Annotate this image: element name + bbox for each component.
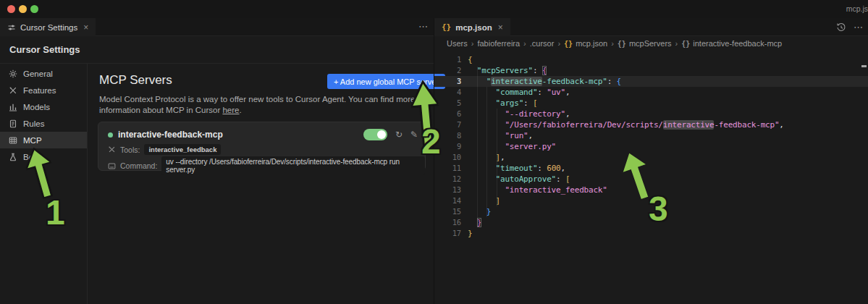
code-token: { bbox=[542, 66, 547, 75]
breadcrumb-label: fabioferreira bbox=[477, 39, 520, 48]
code-token: : bbox=[533, 66, 542, 75]
breadcrumb-separator: › bbox=[471, 39, 474, 48]
code-token: : bbox=[607, 77, 617, 86]
code-line-5[interactable]: 5 "args": [ bbox=[434, 98, 868, 109]
code-line-8[interactable]: 8 "run", bbox=[434, 130, 868, 141]
code-line-6[interactable]: 6 "--directory", bbox=[434, 109, 868, 119]
breadcrumb-item[interactable]: {}mcpServers bbox=[618, 39, 672, 48]
here-link[interactable]: here bbox=[222, 106, 239, 114]
code-token: } bbox=[468, 229, 472, 238]
code-line-3[interactable]: 3 "interactive-feedback-mcp": { bbox=[434, 76, 868, 87]
close-tab-icon[interactable]: × bbox=[498, 22, 503, 33]
code-line-2[interactable]: 2 "mcpServers": { bbox=[434, 65, 868, 76]
annotation-number-2: 2 bbox=[421, 122, 441, 161]
sidebar-item-label: Rules bbox=[23, 119, 44, 128]
breadcrumb-label: interactive-feedback-mcp bbox=[693, 39, 782, 48]
breadcrumb-separator: › bbox=[523, 39, 526, 48]
code-token bbox=[468, 174, 496, 184]
sidebar-item-label: MCP bbox=[23, 136, 42, 145]
code-token: : bbox=[537, 88, 547, 97]
sidebar-item-general[interactable]: General bbox=[0, 65, 87, 82]
code-token: , bbox=[561, 164, 565, 173]
toggle-knob bbox=[377, 130, 386, 139]
code-token: "interactive_feedback" bbox=[505, 185, 607, 195]
line-number: 17 bbox=[434, 228, 461, 239]
tab-cursor-settings[interactable]: Cursor Settings × bbox=[0, 18, 96, 36]
code-line-9[interactable]: 9 "server.py" bbox=[434, 141, 868, 152]
code-token: , bbox=[565, 109, 570, 119]
tools-label: Tools: bbox=[120, 145, 140, 154]
minimize-window-icon[interactable] bbox=[19, 5, 27, 13]
code-token bbox=[468, 88, 496, 97]
maximize-window-icon[interactable] bbox=[30, 5, 38, 13]
app-window: mcp.js Cursor Settings × ⋯ {} mcp.json ×… bbox=[0, 0, 868, 304]
description-period: . bbox=[239, 106, 241, 114]
annotation-number-1: 1 bbox=[46, 193, 65, 232]
document-icon bbox=[9, 119, 17, 128]
code-token: "command" bbox=[496, 88, 538, 97]
breadcrumb-label: Users bbox=[447, 39, 468, 48]
line-number: 12 bbox=[434, 174, 461, 185]
flask-icon bbox=[9, 153, 17, 161]
editor-tab-bar: {} mcp.json × ⋯ bbox=[434, 18, 868, 36]
settings-header: Cursor Settings bbox=[0, 36, 434, 64]
line-number: 3 bbox=[434, 76, 461, 87]
sidebar-item-models[interactable]: Models bbox=[0, 98, 87, 115]
breadcrumb-label: mcp.json bbox=[576, 39, 607, 48]
braces-icon: {} bbox=[564, 40, 573, 48]
breadcrumb-item[interactable]: .cursor bbox=[530, 39, 555, 48]
grid-icon bbox=[9, 136, 17, 145]
breadcrumb-item[interactable]: {}interactive-feedback-mcp bbox=[681, 39, 782, 48]
sidebar-item-features[interactable]: Features bbox=[0, 82, 87, 98]
mcp-description: Model Context Protocol is a way to offer… bbox=[99, 94, 426, 116]
code-token bbox=[468, 218, 477, 227]
command-icon bbox=[108, 162, 116, 170]
more-actions-icon[interactable]: ⋯ bbox=[418, 21, 429, 32]
code-token: 600 bbox=[547, 164, 560, 173]
tab-mcp-json[interactable]: {} mcp.json × bbox=[434, 18, 510, 36]
code-token: "uv" bbox=[547, 88, 565, 97]
line-number: 14 bbox=[434, 195, 461, 206]
breadcrumb-separator: › bbox=[611, 39, 614, 48]
code-line-1[interactable]: 1{ bbox=[434, 54, 868, 65]
settings-title: Cursor Settings bbox=[9, 44, 80, 55]
breadcrumb-item[interactable]: Users bbox=[447, 39, 468, 48]
breadcrumb-item[interactable]: fabioferreira bbox=[477, 39, 520, 48]
code-token: interactive bbox=[663, 120, 715, 130]
tools-icon bbox=[108, 145, 116, 153]
sidebar-item-rules[interactable]: Rules bbox=[0, 115, 87, 132]
code-line-11[interactable]: 11 "timeout": 600, bbox=[434, 163, 868, 174]
code-token: , bbox=[779, 120, 783, 130]
line-number: 1 bbox=[434, 54, 461, 65]
close-tab-icon[interactable]: × bbox=[83, 22, 88, 33]
code-token: "--directory" bbox=[505, 109, 565, 119]
enable-toggle[interactable] bbox=[363, 129, 387, 140]
code-token: { bbox=[617, 77, 621, 86]
description-line1: Model Context Protocol is a way to offer… bbox=[99, 95, 415, 104]
code-line-17[interactable]: 17} bbox=[434, 228, 868, 239]
sidebar-item-label: Features bbox=[23, 86, 56, 95]
gear-icon bbox=[9, 69, 17, 78]
code-token: "mcpServers" bbox=[477, 66, 533, 75]
command-label: Command: bbox=[120, 161, 157, 170]
history-icon[interactable] bbox=[836, 22, 846, 33]
code-token: , bbox=[500, 153, 505, 162]
close-window-icon[interactable] bbox=[7, 5, 15, 13]
breadcrumb-item[interactable]: {}mcp.json bbox=[564, 39, 607, 48]
status-dot bbox=[108, 132, 113, 138]
line-number: 4 bbox=[434, 87, 461, 98]
code-line-10[interactable]: 10 ], bbox=[434, 152, 868, 163]
line-number: 13 bbox=[434, 185, 461, 195]
code-line-4[interactable]: 4 "command": "uv", bbox=[434, 87, 868, 98]
sliders-icon bbox=[7, 23, 16, 32]
code-token: : bbox=[537, 164, 547, 173]
refresh-icon[interactable]: ↻ bbox=[395, 130, 403, 139]
sidebar-divider bbox=[87, 64, 88, 304]
code-line-7[interactable]: 7 "/Users/fabioferreira/Dev/scripts/inte… bbox=[434, 119, 868, 130]
code-token: "autoApprove" bbox=[496, 174, 557, 184]
window-title: mcp.js bbox=[846, 4, 868, 13]
code-token: [ bbox=[533, 98, 537, 108]
code-token bbox=[468, 196, 496, 206]
more-actions-icon[interactable]: ⋯ bbox=[854, 22, 864, 33]
command-value-badge: uv --directory /Users/fabioferreira/Dev/… bbox=[161, 156, 425, 175]
